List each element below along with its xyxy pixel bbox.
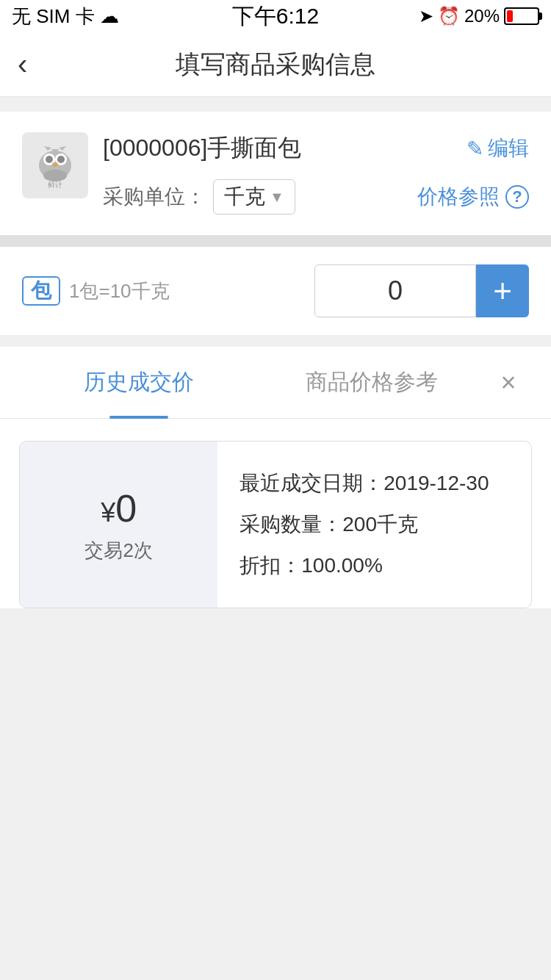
sim-label: 无 SIM 卡 ☁ bbox=[12, 4, 119, 29]
svg-point-4 bbox=[57, 156, 65, 163]
status-right: ➤ ⏰ 20% bbox=[419, 6, 539, 26]
battery-icon bbox=[504, 7, 539, 25]
price-transactions: 交易2次 bbox=[84, 538, 152, 563]
price-card: ¥0 交易2次 最近成交日期：2019-12-30 采购数量：200千克 折扣：… bbox=[19, 441, 532, 608]
unit-box-label: 包 bbox=[22, 276, 60, 306]
status-bar: 无 SIM 卡 ☁ 下午6:12 ➤ ⏰ 20% bbox=[0, 0, 551, 32]
unit-selector-group: 采购单位： 千克 ▼ bbox=[103, 179, 295, 215]
svg-point-9 bbox=[52, 162, 58, 167]
dropdown-arrow-icon: ▼ bbox=[270, 189, 284, 206]
product-thumbnail: 鲜计 bbox=[22, 132, 88, 198]
price-left-panel: ¥0 交易2次 bbox=[20, 442, 217, 608]
unit-info: 包 1包=10千克 bbox=[22, 276, 170, 306]
product-details: [0000006]手撕面包 ✎ 编辑 采购单位： 千克 ▼ 价格参照 ? bbox=[103, 132, 529, 215]
main-background bbox=[0, 630, 551, 980]
page-header: ‹ 填写商品采购信息 bbox=[0, 32, 551, 97]
edit-icon: ✎ bbox=[467, 137, 483, 161]
svg-marker-8 bbox=[59, 146, 66, 151]
svg-marker-7 bbox=[44, 146, 51, 151]
tab-history-price[interactable]: 历史成交价 bbox=[22, 347, 255, 418]
quantity-row: 包 1包=10千克 + bbox=[0, 247, 551, 335]
page-title: 填写商品采购信息 bbox=[176, 48, 375, 82]
back-button[interactable]: ‹ bbox=[18, 48, 27, 81]
product-unit-row: 采购单位： 千克 ▼ 价格参照 ? bbox=[103, 179, 529, 215]
price-reference-button[interactable]: 价格参照 ? bbox=[417, 183, 529, 211]
discount-row: 折扣：100.00% bbox=[240, 550, 509, 581]
quantity-input[interactable] bbox=[314, 264, 476, 317]
purchase-qty-row: 采购数量：200千克 bbox=[240, 509, 509, 540]
battery-percent: 20% bbox=[464, 6, 500, 26]
product-image-icon: 鲜计 bbox=[29, 137, 81, 194]
price-right-panel: 最近成交日期：2019-12-30 采购数量：200千克 折扣：100.00% bbox=[217, 442, 531, 608]
currency-symbol: ¥ bbox=[101, 497, 115, 527]
svg-text:鲜计: 鲜计 bbox=[48, 181, 62, 189]
alarm-icon: ⏰ bbox=[438, 6, 460, 26]
unit-label: 采购单位： bbox=[103, 183, 206, 211]
location-icon: ➤ bbox=[419, 6, 433, 26]
tab-close-button[interactable]: × bbox=[488, 362, 529, 403]
unit-conversion-text: 1包=10千克 bbox=[69, 278, 170, 304]
section-divider bbox=[0, 235, 551, 247]
tabs-header: 历史成交价 商品价格参考 × bbox=[0, 347, 551, 419]
svg-point-3 bbox=[46, 156, 53, 163]
price-amount: ¥0 bbox=[101, 486, 137, 530]
tab-product-price-ref[interactable]: 商品价格参考 bbox=[255, 347, 488, 418]
unit-select-dropdown[interactable]: 千克 ▼ bbox=[213, 179, 295, 215]
edit-button[interactable]: ✎ 编辑 bbox=[467, 134, 529, 162]
product-top-row: 鲜计 [0000006]手撕面包 ✎ 编辑 采购单位： 千克 ▼ bbox=[22, 132, 529, 215]
plus-button[interactable]: + bbox=[476, 264, 529, 317]
quantity-input-area: + bbox=[314, 264, 529, 317]
product-name: [0000006]手撕面包 bbox=[103, 132, 301, 165]
tabs-panel: 历史成交价 商品价格参考 × ¥0 交易2次 最近成交日期：2019-12-30… bbox=[0, 347, 551, 608]
product-name-row: [0000006]手撕面包 ✎ 编辑 bbox=[103, 132, 529, 165]
help-circle-icon: ? bbox=[505, 185, 529, 209]
svg-point-5 bbox=[43, 170, 67, 181]
product-card: 鲜计 [0000006]手撕面包 ✎ 编辑 采购单位： 千克 ▼ bbox=[0, 112, 551, 235]
recent-date-row: 最近成交日期：2019-12-30 bbox=[240, 468, 509, 499]
status-time: 下午6:12 bbox=[232, 1, 319, 32]
status-left: 无 SIM 卡 ☁ bbox=[12, 4, 119, 29]
